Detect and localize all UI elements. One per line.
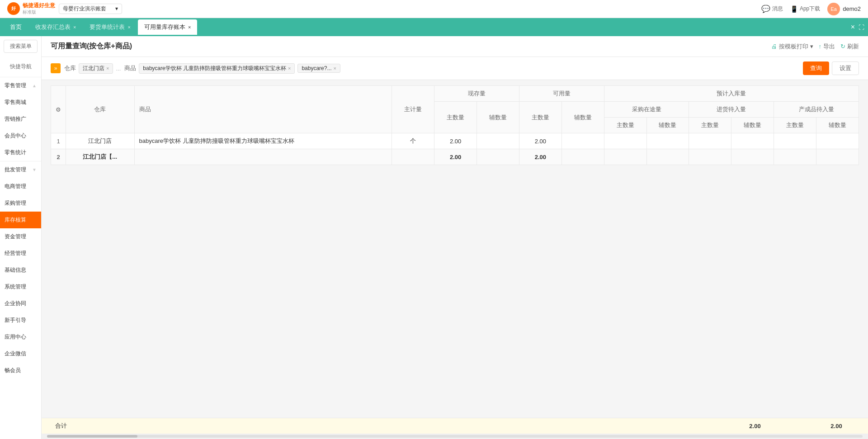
horizontal-scrollbar[interactable] (42, 434, 868, 439)
sidebar-item-marketing[interactable]: 营销推广 (0, 111, 41, 127)
sidebar-item-vip-member[interactable]: 畅会员 (0, 362, 41, 379)
chevron-down-icon: ▾ (115, 5, 118, 12)
product-value-2: babycare?... (302, 65, 331, 71)
search-menu-button[interactable]: 搜索菜单 (4, 40, 38, 53)
settings-button[interactable]: 设置 (832, 61, 859, 75)
sidebar-item-finance-mgmt[interactable]: 资金管理 (0, 228, 41, 245)
production-aux-header: 辅数量 (816, 118, 859, 133)
refresh-icon: ↻ (840, 43, 845, 50)
tab-receivables-close[interactable]: × (73, 24, 76, 30)
sidebar-item-app-center[interactable]: 应用中心 (0, 329, 41, 345)
product-2 (134, 149, 392, 165)
sidebar-item-retail-store[interactable]: 零售商城 (0, 94, 41, 111)
footer-current-total: 2.00 (732, 423, 778, 430)
filter-expand-button[interactable]: » (51, 63, 61, 73)
close-all-tabs-button[interactable]: × (851, 23, 855, 31)
export-button[interactable]: ↑ 导出 (819, 42, 835, 51)
sidebar-item-operations-mgmt[interactable]: 经营管理 (0, 245, 41, 262)
print-template-button[interactable]: 🖨 按模板打印 ▾ (771, 42, 813, 51)
purchase-transit-header: 采购在途量 (604, 102, 689, 118)
page-title: 可用量查询(按仓库+商品) (51, 42, 132, 51)
warehouse-tag: 江北门店 × (79, 63, 113, 74)
product-remove-icon-1[interactable]: × (288, 66, 291, 71)
warehouse-remove-icon[interactable]: × (106, 66, 109, 71)
product-tag-1: babycare学饮杯 儿童防摔防撞吸管杯重力球吸嘴杯宝宝水杯 × (139, 63, 295, 74)
production-pending-header: 产成品待入量 (774, 102, 859, 118)
footer-content: 合计 2.00 2.00 (51, 422, 859, 430)
avatar: Ea (827, 3, 840, 15)
incoming-main-header: 主数量 (689, 118, 731, 133)
sidebar-item-basic-info[interactable]: 基础信息 (0, 262, 41, 279)
sidebar-item-wholesale-mgmt[interactable]: 批发管理 ▼ (0, 161, 41, 178)
tab-home-label: 首页 (10, 23, 22, 31)
chevron-icon: ▲ (32, 83, 37, 88)
product-label: 商品 (124, 64, 136, 72)
query-button[interactable]: 查询 (803, 61, 829, 75)
sidebar-item-retail-mgmt[interactable]: 零售管理 ▲ (0, 77, 41, 94)
current-aux-1 (477, 133, 519, 149)
app-download-button[interactable]: 📱 App下载 (790, 5, 820, 13)
quick-nav-button[interactable]: 快捷导航 (4, 60, 38, 73)
sidebar-item-enterprise-collab[interactable]: 企业协同 (0, 295, 41, 312)
fullscreen-button[interactable]: ⛶ (859, 24, 864, 31)
main-unit-col-header: 主计量 (392, 86, 434, 133)
product-remove-icon-2[interactable]: × (333, 66, 336, 71)
current-main-2: 2.00 (434, 149, 477, 165)
nav-tabs: 首页 收发存汇总表 × 要货单统计表 × 可用量库存账本 × × ⛶ (0, 18, 868, 36)
sidebar-item-inventory-check[interactable]: 库存核算 (0, 212, 41, 228)
production-main-header: 主数量 (774, 118, 816, 133)
product-value-1: babycare学饮杯 儿童防摔防撞吸管杯重力球吸嘴杯宝宝水杯 (143, 65, 286, 72)
tab-receivables[interactable]: 收发存汇总表 × (29, 19, 82, 35)
footer-total-label: 合计 (51, 422, 105, 430)
chevron-icon: ▼ (32, 167, 37, 172)
incoming-main-2 (689, 149, 731, 165)
purchase-main-2 (604, 149, 646, 165)
table-row: 1 江北门店 babycare学饮杯 儿童防摔防撞吸管杯重力球吸嘴杯宝宝水杯 个… (51, 133, 859, 149)
purchase-transit-aux-header: 辅数量 (646, 118, 689, 133)
settings-col-header[interactable]: ⚙ (51, 86, 66, 133)
incoming-aux-header: 辅数量 (731, 118, 774, 133)
sidebar-item-system-mgmt[interactable]: 系统管理 (0, 279, 41, 295)
available-aux-1 (561, 133, 604, 149)
tab-home[interactable]: 首页 (4, 19, 28, 35)
sidebar-item-purchase-mgmt[interactable]: 采购管理 (0, 195, 41, 212)
content-area: 可用量查询(按仓库+商品) 🖨 按模板打印 ▾ ↑ 导出 ↻ 刷新 » (42, 36, 868, 439)
sidebar-item-new-guide[interactable]: 新手引导 (0, 312, 41, 329)
tab-available-stock[interactable]: 可用量库存账本 × (138, 19, 197, 35)
data-table: ⚙ 仓库 商品 主计量 现存量 可用量 预计入库量 主数量 辅数量 主数量 辅数… (51, 85, 859, 165)
industry-selector[interactable]: 母婴行业演示账套 ▾ (59, 4, 122, 14)
row-num-2: 2 (51, 149, 66, 165)
message-button[interactable]: 💬 消息 (761, 5, 783, 13)
message-icon: 💬 (761, 5, 770, 13)
chevron-down-icon: ▾ (810, 43, 813, 50)
tab-available-stock-close[interactable]: × (188, 24, 191, 30)
filter-actions: 查询 设置 (803, 61, 859, 75)
warehouse-label: 仓库 (64, 64, 76, 72)
footer-bar: 合计 2.00 2.00 (42, 418, 868, 434)
tab-receivables-label: 收发存汇总表 (35, 23, 71, 31)
nav-tabs-right: × ⛶ (851, 23, 864, 31)
sidebar-item-member-center[interactable]: 会员中心 (0, 127, 41, 144)
scroll-thumb[interactable] (47, 435, 137, 438)
refresh-button[interactable]: ↻ 刷新 (840, 42, 859, 51)
user-area[interactable]: Ea demo2 (827, 3, 861, 15)
sidebar-item-retail-stats[interactable]: 零售统计 (0, 144, 41, 161)
purchase-aux-1 (646, 133, 689, 149)
print-icon: 🖨 (771, 43, 777, 50)
tab-purchase-stats[interactable]: 要货单统计表 × (83, 19, 137, 35)
row-num-1: 1 (51, 133, 66, 149)
user-name: demo2 (843, 5, 861, 12)
warehouse-1: 江北门店 (66, 133, 135, 149)
table-row: 2 江北门店【... 2.00 2.00 (51, 149, 859, 165)
warehouse-more-icon[interactable]: ... (116, 65, 121, 72)
top-bar-left: 好 畅捷通好生意 标准版 母婴行业演示账套 ▾ (7, 2, 122, 15)
product-1: babycare学饮杯 儿童防摔防撞吸管杯重力球吸嘴杯宝宝水杯 (134, 133, 392, 149)
top-bar: 好 畅捷通好生意 标准版 母婴行业演示账套 ▾ 💬 消息 📱 App下载 Ea … (0, 0, 868, 18)
scroll-track (47, 435, 863, 438)
sidebar-item-enterprise-wechat[interactable]: 企业微信 (0, 345, 41, 362)
tab-purchase-stats-close[interactable]: × (127, 24, 130, 30)
production-main-1 (774, 133, 816, 149)
expected-inbound-group-header: 预计入库量 (604, 86, 859, 102)
sidebar-item-ecommerce-mgmt[interactable]: 电商管理 (0, 178, 41, 195)
available-aux-qty-header: 辅数量 (561, 102, 604, 133)
